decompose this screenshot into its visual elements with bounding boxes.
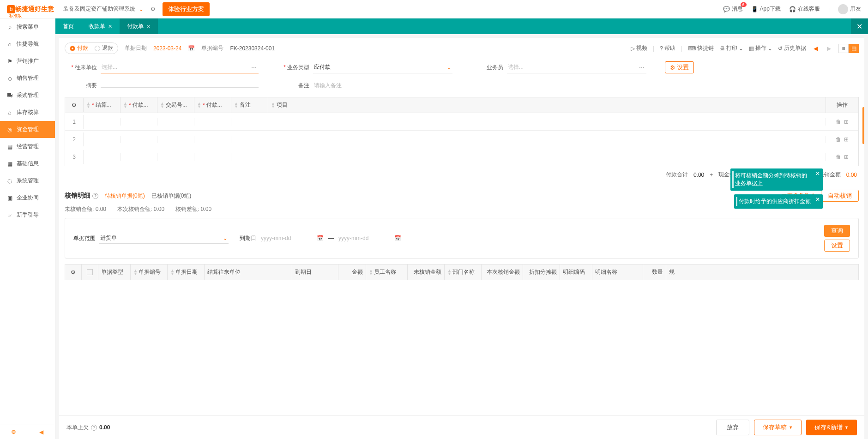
- view-detail[interactable]: ▤: [849, 44, 859, 53]
- dcol-unwrite[interactable]: 未核销金额: [408, 265, 445, 280]
- save-new-button[interactable]: 保存&新增▼: [806, 420, 857, 435]
- dcol-type[interactable]: 单据类型: [98, 265, 131, 280]
- copy-icon[interactable]: ⊞: [844, 154, 849, 160]
- dcol-vendor[interactable]: 结算往来单位: [205, 265, 292, 280]
- close-icon[interactable]: ✕: [815, 196, 820, 203]
- help-link[interactable]: ?帮助: [660, 44, 675, 52]
- remark-input[interactable]: 请输入备注: [313, 80, 452, 91]
- help-icon[interactable]: ?: [91, 425, 97, 431]
- search-button[interactable]: 查询: [824, 225, 850, 237]
- sidebar-inventory[interactable]: ⌂库存核算: [0, 104, 55, 121]
- settings-button[interactable]: ⚙设置: [665, 61, 694, 73]
- copy-icon[interactable]: ⊞: [844, 119, 849, 125]
- tab-receipt[interactable]: 收款单✕: [81, 18, 120, 34]
- dcol-staff[interactable]: ▲▼员工名称: [366, 265, 408, 280]
- prev-arrow[interactable]: ◀: [812, 45, 820, 52]
- ops-link[interactable]: ▦操作⌄: [749, 44, 772, 52]
- view-list[interactable]: ≡: [838, 44, 849, 53]
- col-project[interactable]: ▲▼项目: [268, 97, 826, 113]
- print-link[interactable]: 🖶打印⌄: [719, 44, 743, 52]
- close-icon[interactable]: ✕: [108, 24, 112, 30]
- close-all-tabs[interactable]: ✕: [851, 18, 868, 34]
- range-select[interactable]: 进货单⌄: [99, 233, 229, 244]
- sidebar-basic-info[interactable]: ▦基础信息: [0, 155, 55, 172]
- dcol-thiswrite[interactable]: 本次核销金额: [482, 265, 523, 280]
- table-row[interactable]: 3 🗑⊞: [65, 148, 858, 166]
- biztype-select[interactable]: 应付款⌄: [313, 61, 452, 73]
- dcol-qty[interactable]: 数量: [643, 265, 666, 280]
- close-icon[interactable]: ✕: [815, 170, 820, 177]
- dcol-date[interactable]: ▲▼单据日期: [168, 265, 205, 280]
- close-icon[interactable]: ✕: [146, 24, 151, 30]
- column-settings[interactable]: ⚙: [65, 98, 84, 112]
- col-settle[interactable]: ▲▼*结算...: [84, 97, 121, 113]
- table-row[interactable]: 1 🗑⊞: [65, 113, 858, 131]
- online-service-link[interactable]: 🎧 在线客服: [789, 5, 820, 13]
- col-txn[interactable]: ▲▼交易号...: [157, 97, 194, 113]
- sidebar-footer-gear[interactable]: ⚙: [0, 425, 28, 439]
- tab-payment[interactable]: 付款单✕: [120, 18, 158, 34]
- calendar-icon[interactable]: 📅: [188, 45, 195, 52]
- delete-icon[interactable]: 🗑: [836, 136, 841, 143]
- summary-input[interactable]: [101, 84, 259, 88]
- gear-icon[interactable]: ⚙: [151, 6, 156, 12]
- abandon-button[interactable]: 放弃: [716, 420, 749, 435]
- sidebar-marketing[interactable]: ⚑营销推广: [0, 53, 55, 70]
- history-icon: ↺: [778, 45, 783, 52]
- dcol-detailno[interactable]: 明细编码: [560, 265, 592, 280]
- sidebar-sales[interactable]: ◇销售管理: [0, 70, 55, 87]
- document-date[interactable]: 2023-03-24: [153, 45, 181, 52]
- delete-icon[interactable]: 🗑: [836, 154, 841, 160]
- sidebar-purchase[interactable]: ⛟采购管理: [0, 87, 55, 104]
- sidebar-operations[interactable]: ▤经营管理: [0, 138, 55, 155]
- gear-icon: ⚙: [670, 64, 675, 71]
- tab-home[interactable]: 首页: [55, 18, 81, 34]
- dcol-discount[interactable]: 折扣分摊额: [523, 265, 560, 280]
- sidebar-guide[interactable]: ☞新手引导: [0, 206, 55, 223]
- video-link[interactable]: ▷视频: [631, 44, 647, 52]
- tab-pending[interactable]: 待核销单据(0笔): [105, 192, 145, 200]
- delete-icon[interactable]: 🗑: [836, 119, 841, 125]
- auto-writeoff-button[interactable]: 自动核销: [821, 190, 859, 202]
- scroll-indicator[interactable]: [862, 107, 864, 144]
- col-remark[interactable]: ▲▼备注: [231, 97, 268, 113]
- dcol-due[interactable]: 到期日: [292, 265, 338, 280]
- copy-icon[interactable]: ⊞: [844, 136, 849, 143]
- try-industry-button[interactable]: 体验行业方案: [163, 2, 210, 16]
- sidebar-collab[interactable]: ▣企业协同: [0, 189, 55, 206]
- vendor-input[interactable]: 选择...⋯: [101, 61, 259, 73]
- tab-done[interactable]: 已核销单据(0笔): [151, 192, 192, 200]
- sidebar-funds[interactable]: ◎资金管理: [0, 121, 55, 138]
- detail-col-checkbox[interactable]: [82, 265, 98, 280]
- radio-pay[interactable]: 付款: [70, 44, 88, 52]
- filter-settings-button[interactable]: 设置: [824, 240, 850, 252]
- app-download-link[interactable]: 📱 App下载: [751, 5, 781, 13]
- messages-link[interactable]: 💬 消息 6: [723, 5, 743, 13]
- grid-icon: ▦: [749, 45, 754, 52]
- dcol-spec[interactable]: 规: [666, 265, 680, 280]
- dcol-no[interactable]: ▲▼单据编号: [131, 265, 168, 280]
- staff-input[interactable]: 选择...⋯: [507, 61, 646, 73]
- dcol-detailname[interactable]: 明细名称: [592, 265, 643, 280]
- user-menu[interactable]: 用友: [838, 4, 861, 14]
- help-icon[interactable]: ?: [92, 193, 98, 199]
- next-arrow[interactable]: ▶: [825, 45, 833, 52]
- detail-col-settings[interactable]: ⚙: [65, 265, 82, 280]
- save-draft-button[interactable]: 保存草稿▼: [754, 420, 802, 435]
- sidebar-footer-collapse[interactable]: ◀: [28, 425, 55, 439]
- dcol-amount[interactable]: 金额: [338, 265, 366, 280]
- sidebar-system[interactable]: ◌系统管理: [0, 172, 55, 189]
- dcol-dept[interactable]: ▲▼部门名称: [445, 265, 482, 280]
- shortcut-link[interactable]: ⌨快捷键: [688, 44, 714, 52]
- system-selector[interactable]: 装备及固定资产辅助管理系统 ⌄: [63, 5, 144, 13]
- due-from-input[interactable]: yyyy-mm-dd📅: [260, 234, 325, 243]
- due-to-input[interactable]: yyyy-mm-dd📅: [338, 234, 402, 243]
- history-link[interactable]: ↺历史单据: [778, 44, 806, 52]
- row-index: 1: [65, 115, 84, 129]
- radio-refund[interactable]: 退款: [95, 44, 113, 52]
- sidebar-quick-nav[interactable]: ⌂快捷导航: [0, 36, 55, 53]
- col-pay[interactable]: ▲▼*付款...: [121, 97, 157, 113]
- sidebar-search-menu[interactable]: ⌕搜索菜单: [0, 18, 55, 36]
- col-pay2[interactable]: ▲▼*付款...: [194, 97, 231, 113]
- table-row[interactable]: 2 🗑⊞: [65, 131, 858, 148]
